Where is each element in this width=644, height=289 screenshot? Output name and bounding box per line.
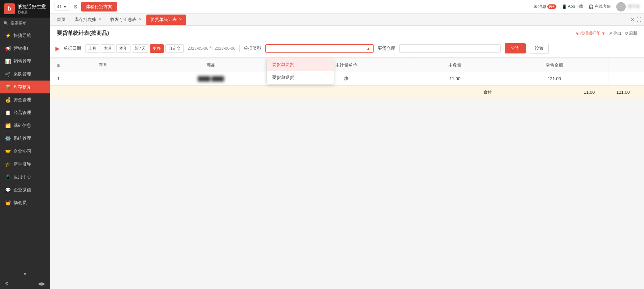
page-actions: 🖨 按模板打印 ▼ ↗ 导出 ↺ 刷新 [575, 30, 637, 36]
guide-icon: 🎓 [5, 161, 11, 167]
settings-footer-icon[interactable]: ⚙ [5, 281, 9, 286]
tab-home[interactable]: 首页 [53, 15, 70, 25]
message-btn[interactable]: ✉ 消息 99+ [534, 4, 556, 9]
warehouse-label: 要货仓库 [378, 45, 395, 51]
tabs-bar: 首页 库存批次账 ✕ 收发存汇总表 ✕ 要货单统计表 ✕ ✕ ⛶ [50, 14, 644, 26]
sidebar-item-member[interactable]: 👑 畅会员 [0, 196, 50, 209]
sidebar-search[interactable]: 🔍 搜索菜单 [0, 18, 50, 29]
sidebar-item-app-center[interactable]: 📱 应用中心 [0, 171, 50, 183]
print-icon: 🖨 [575, 31, 579, 36]
date-btn-this-year[interactable]: 本年 [116, 44, 130, 53]
app-download-btn[interactable]: 📱 App下载 [562, 4, 583, 9]
trial-btn[interactable]: 体验行业方案 [81, 2, 117, 12]
tab-close-all-btn[interactable]: ✕ [630, 17, 635, 22]
data-table: ⚙ 序号 商品 主计量单位 主数量 零售金额 1 ████ ████ 块 [50, 59, 644, 85]
purchase-icon: 🛒 [5, 71, 11, 77]
quick-nav-icon: ⚡ [5, 33, 11, 38]
tab-close-icon[interactable]: ✕ [98, 17, 101, 22]
footer-quantity: 11.00 [572, 90, 606, 95]
dropdown-item-order-new[interactable]: 要货单要货 [267, 58, 334, 71]
cell-extra [609, 72, 644, 85]
filter-bar: ▶ 单据日期 上月 本月 本年 近7天 更多 自定义 2023-05-06 至 … [50, 40, 644, 58]
table-footer: 合计 11.00 121.00 [50, 85, 644, 98]
col-quantity: 主数量 [410, 59, 500, 72]
tab-order-stats[interactable]: 要货单统计表 ✕ [146, 15, 186, 25]
tab-close-icon[interactable]: ✕ [179, 17, 182, 22]
cell-quantity: 11.00 [410, 72, 500, 85]
export-btn[interactable]: ↗ 导出 [609, 30, 621, 36]
cell-no2 [67, 72, 139, 85]
cell-no: 1 [50, 72, 67, 85]
date-btn-this-month[interactable]: 本月 [101, 44, 115, 53]
sidebar-item-marketing[interactable]: 📢 营销推广 [0, 42, 50, 55]
date-btn-last-month[interactable]: 上月 [85, 44, 99, 53]
sidebar-item-quick-nav[interactable]: ⚡ 快捷导航 [0, 29, 50, 42]
sidebar-nav: ⚡ 快捷导航 📢 营销推广 📊 销售管理 🛒 采购管理 📦 库存核算 💰 资金管… [0, 29, 50, 270]
col-settings[interactable]: ⚙ [50, 59, 67, 72]
sidebar: b 畅捷通好生意 标准版 🔍 搜索菜单 ⚡ 快捷导航 📢 营销推广 📊 销售管理… [0, 0, 50, 289]
table-header-row: ⚙ 序号 商品 主计量单位 主数量 零售金额 [50, 59, 644, 72]
table-row: 1 ████ ████ 块 11.00 121.00 [50, 72, 644, 85]
topbar-left: 41 ▼ ⚙ 体验行业方案 [54, 2, 117, 12]
sidebar-scroll-down[interactable]: ▼ [0, 270, 50, 278]
refresh-btn[interactable]: ↺ 刷新 [625, 30, 637, 36]
sidebar-item-sales[interactable]: 📊 销售管理 [0, 55, 50, 68]
page-content: 要货单统计表(按商品) 🖨 按模板打印 ▼ ↗ 导出 ↺ 刷新 ▶ [50, 26, 644, 289]
member-icon: 👑 [5, 200, 11, 205]
col-product: 商品 [139, 59, 283, 72]
system-icon: ⚙️ [5, 136, 11, 141]
settings-btn[interactable]: 设置 [530, 43, 549, 54]
type-select[interactable]: ▲ [265, 44, 374, 53]
warehouse-select[interactable]: ··· [399, 44, 501, 53]
date-btn-7days[interactable]: 近7天 [132, 44, 148, 53]
sidebar-footer: ⚙ ◀▶ [0, 278, 50, 289]
date-label: 单据日期 [64, 45, 81, 51]
sidebar-item-enterprise[interactable]: 🤝 企业协同 [0, 145, 50, 158]
sidebar-item-wechat[interactable]: 💬 企业微信 [0, 183, 50, 196]
tab-inventory-batch[interactable]: 库存批次账 ✕ [70, 15, 105, 25]
inventory-icon: 📦 [5, 84, 11, 90]
username-text: 用户名 [628, 4, 640, 9]
user-profile[interactable]: 用户名 [616, 2, 640, 12]
query-btn[interactable]: 查询 [505, 43, 526, 53]
app-logo: b 畅捷通好生意 标准版 [0, 0, 50, 18]
footer-label: 合计 [471, 89, 505, 95]
more-icon: ··· [494, 46, 498, 51]
operations-icon: 📋 [5, 110, 11, 115]
print-btn[interactable]: 🖨 按模板打印 ▼ [575, 30, 605, 36]
filter-divider [239, 45, 240, 52]
export-icon: ↗ [609, 31, 612, 36]
message-badge: 99+ [547, 4, 556, 9]
sidebar-item-system[interactable]: ⚙️ 系统管理 [0, 132, 50, 145]
tab-receive-summary[interactable]: 收发存汇总表 ✕ [106, 15, 146, 25]
sidebar-item-inventory[interactable]: 📦 库存核算 [0, 81, 50, 93]
dropdown-item-order-return[interactable]: 要货单退货 [267, 71, 334, 84]
marketing-icon: 📢 [5, 46, 11, 51]
col-settings-icon[interactable]: ⚙ [56, 63, 61, 68]
topbar-right: ✉ 消息 99+ 📱 App下载 🎧 在线客服 用户名 [534, 2, 640, 12]
col-amount: 零售金额 [500, 59, 609, 72]
type-label: 单据类型 [244, 45, 261, 51]
sidebar-item-finance[interactable]: 💰 资金管理 [0, 93, 50, 106]
tab-expand-btn[interactable]: ⛶ [637, 17, 641, 22]
enterprise-icon: 🤝 [5, 149, 11, 154]
date-btn-more[interactable]: 更多 [150, 44, 164, 53]
topbar-gear-icon[interactable]: ⚙ [73, 4, 78, 10]
finance-icon: 💰 [5, 97, 11, 103]
basic-info-icon: 🗂️ [5, 123, 11, 128]
collapse-icon[interactable]: ◀▶ [38, 281, 45, 286]
sidebar-item-purchase[interactable]: 🛒 采购管理 [0, 68, 50, 81]
company-selector[interactable]: 41 ▼ [54, 3, 70, 10]
wechat-icon: 💬 [5, 187, 11, 193]
date-range-text: 2023-05-06 至 2023-06-06 [188, 46, 235, 51]
date-btn-custom[interactable]: 自定义 [165, 44, 184, 53]
cell-amount: 121.00 [500, 72, 609, 85]
sidebar-item-guide[interactable]: 🎓 新手引导 [0, 158, 50, 171]
chevron-down-icon: ▼ [23, 271, 27, 276]
filter-toggle-btn[interactable]: ▶ [55, 45, 59, 52]
sidebar-item-basic-info[interactable]: 🗂️ 基础信息 [0, 119, 50, 132]
online-service-btn[interactable]: 🎧 在线客服 [589, 4, 611, 9]
sidebar-item-operations[interactable]: 📋 经营管理 [0, 106, 50, 119]
col-extra [609, 59, 644, 72]
tab-close-icon[interactable]: ✕ [139, 17, 142, 22]
